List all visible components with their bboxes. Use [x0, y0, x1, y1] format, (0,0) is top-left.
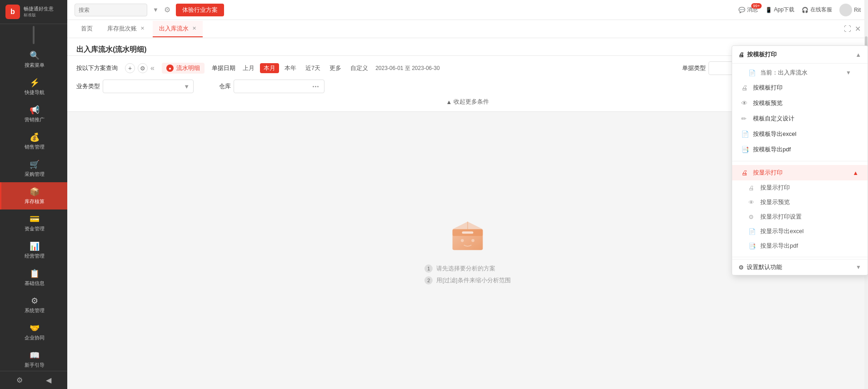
template-export-pdf-icon: 📑 [741, 146, 748, 153]
current-dropdown-icon: ▼ [846, 70, 851, 76]
date-btn-more[interactable]: 更多 [326, 63, 345, 73]
search-dropdown-icon[interactable]: ▼ [153, 6, 159, 13]
sidebar-item-inventory[interactable]: 📦 库存核算 [0, 182, 67, 209]
app-download-btn[interactable]: 📱 App下载 [765, 6, 794, 14]
template-export-excel-icon: 📄 [741, 130, 748, 138]
message-btn[interactable]: 💬 消息 99+ [738, 6, 758, 14]
tab-batch[interactable]: 库存批次账 ✕ [101, 21, 151, 37]
sidebar-item-quick-nav[interactable]: ⚡ 快捷导航 [0, 73, 67, 100]
date-btn-last-month[interactable]: 上月 [239, 63, 258, 73]
display-export-pdf-label: 按显示导出pdf [760, 242, 798, 250]
collapse-more-btn[interactable]: ▲ 收起更多条件 [446, 98, 489, 106]
display-preview-item[interactable]: 👁 按显示预览 [732, 195, 868, 209]
empty-tips: 1 请先选择要分析的方案 2 用[过滤]条件来缩小分析范围 [424, 264, 510, 284]
empty-illustration [445, 216, 490, 257]
business-type-dropdown-icon: ▼ [184, 83, 190, 90]
basic-label: 基础信息 [25, 280, 45, 287]
display-print-settings-item[interactable]: ⚙ 按显示打印设置 [732, 209, 868, 224]
tab-batch-close-icon[interactable]: ✕ [140, 25, 145, 31]
date-quick-btns: 上月 本月 本年 近7天 更多 自定义 [239, 63, 372, 73]
template-print-icon: 🖨 [741, 84, 748, 91]
tab-flow-close-icon[interactable]: ✕ [192, 25, 196, 31]
filter-add-btn[interactable]: + [125, 63, 135, 73]
sidebar-item-sales[interactable]: 💰 销售管理 [0, 128, 67, 155]
finance-label: 资金管理 [25, 225, 45, 232]
current-template-item[interactable]: 📄 当前：出入库流水 ▼ [732, 65, 868, 80]
display-export-pdf-item[interactable]: 📑 按显示导出pdf [732, 239, 868, 253]
date-btn-this-year[interactable]: 本年 [281, 63, 300, 73]
template-print-item[interactable]: 🖨 按模板打印 [732, 80, 868, 95]
sidebar-item-search[interactable]: 🔍 搜索菜单 [0, 46, 67, 73]
template-custom-item[interactable]: ✏ 模板自定义设计 [732, 111, 868, 126]
footer-dropdown-icon[interactable]: ▼ [856, 264, 861, 270]
search-label: 搜索菜单 [25, 62, 45, 69]
date-btn-custom[interactable]: 自定义 [347, 63, 372, 73]
customer-service-btn[interactable]: 🎧 在线客服 [802, 6, 832, 14]
tab-flow-label: 出入库流水 [159, 25, 189, 33]
set-default-btn[interactable]: ⚙ 设置默认功能 [738, 263, 782, 271]
dropdown-panel-collapse-icon[interactable]: ▲ [855, 51, 861, 58]
search-input[interactable] [75, 4, 147, 16]
warehouse-filter: 仓库 [219, 80, 324, 93]
filter-tag[interactable]: ● 流水明细 [162, 63, 205, 74]
template-custom-icon: ✏ [741, 115, 748, 122]
warehouse-more-icon[interactable] [311, 84, 320, 89]
tab-flow[interactable]: 出入库流水 ✕ [153, 21, 203, 37]
guide-label: 新手引导 [25, 362, 45, 369]
date-btn-this-month[interactable]: 本月 [260, 63, 279, 73]
template-preview-item[interactable]: 👁 按模板预览 [732, 95, 868, 111]
display-export-excel-label: 按显示导出excel [760, 227, 803, 235]
purchase-label: 采购管理 [25, 171, 45, 178]
logo-icon: b [5, 5, 20, 19]
filter-settings-btn[interactable]: ⚙ [138, 63, 148, 73]
date-btn-7days[interactable]: 近7天 [302, 63, 324, 73]
user-avatar-btn[interactable]: Rit [839, 4, 861, 16]
display-print-group-item[interactable]: 🖨 按显示打印 ▲ [732, 165, 868, 180]
app-tag: 标准版 [24, 12, 54, 18]
guide-icon: 📖 [30, 350, 40, 360]
sidebar-item-finance[interactable]: 💳 资金管理 [0, 209, 67, 237]
template-export-pdf-label: 按模板导出pdf [753, 145, 791, 154]
enterprise-icon: 🤝 [30, 323, 40, 333]
tip-num-2: 2 [424, 276, 433, 284]
sidebar-item-basic[interactable]: 📋 基础信息 [0, 264, 67, 291]
display-group-icon: 🖨 [741, 169, 748, 176]
settings-icon[interactable]: ⚙ [16, 376, 23, 384]
dropdown-footer-divider [732, 257, 868, 257]
sidebar-item-operations[interactable]: 📊 经营管理 [0, 237, 67, 264]
template-export-excel-item[interactable]: 📄 按模板导出excel [732, 126, 868, 142]
collapse-sidebar-icon[interactable]: ◀ [46, 376, 51, 384]
enterprise-label: 企业协同 [25, 334, 45, 341]
display-print-label: 按显示打印 [760, 184, 790, 192]
app-download-icon: 📱 [765, 7, 772, 13]
tab-home[interactable]: 首页 [75, 21, 99, 37]
sidebar-item-marketing[interactable]: 📢 营销推广 [0, 100, 67, 128]
warehouse-select[interactable] [234, 80, 324, 93]
set-default-label: 设置默认功能 [747, 263, 782, 271]
message-badge: 99+ [751, 3, 762, 9]
sidebar-item-enterprise[interactable]: 🤝 企业协同 [0, 319, 67, 346]
user-name: Rit [854, 7, 861, 13]
display-section: 🖨 按显示打印 ▲ 🖨 按显示打印 👁 按显示预览 ⚙ 按显示打印设置 📄 按显… [732, 163, 868, 255]
dropdown-footer[interactable]: ⚙ 设置默认功能 ▼ [732, 259, 868, 275]
display-print-settings-label: 按显示打印设置 [760, 213, 802, 221]
display-print-item[interactable]: 🖨 按显示打印 [732, 180, 868, 195]
warehouse-label: 仓库 [219, 82, 231, 90]
filter-collapse-btn[interactable]: « [150, 64, 155, 72]
app-logo: b 畅捷通好生意 标准版 [0, 0, 67, 24]
sidebar-item-purchase[interactable]: 🛒 采购管理 [0, 155, 67, 182]
sidebar-item-system[interactable]: ⚙ 系统管理 [0, 291, 67, 319]
filter-tag-label: 流水明细 [176, 64, 200, 72]
business-type-select[interactable]: ▼ [103, 80, 194, 93]
header-settings-icon[interactable]: ⚙ [164, 5, 170, 14]
purchase-icon: 🛒 [30, 160, 40, 170]
trial-button[interactable]: 体验行业方案 [176, 4, 224, 16]
sidebar-item-guide[interactable]: 📖 新手引导 [0, 346, 67, 371]
template-export-pdf-item[interactable]: 📑 按模板导出pdf [732, 142, 868, 157]
display-export-excel-item[interactable]: 📄 按显示导出excel [732, 224, 868, 239]
tab-maximize-icon[interactable]: ⛶ [844, 25, 851, 33]
tip-text-1: 请先选择要分析的方案 [436, 264, 495, 273]
tab-close-all-icon[interactable]: ✕ [855, 25, 861, 33]
dropdown-divider [732, 161, 868, 161]
set-default-icon: ⚙ [738, 264, 744, 271]
